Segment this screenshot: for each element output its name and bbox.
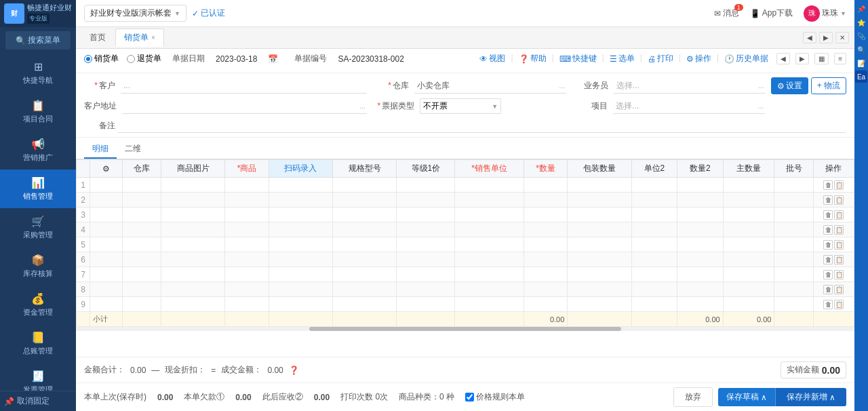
history-btn[interactable]: 🕐 历史单据 bbox=[724, 53, 768, 64]
app-download-btn[interactable]: 📱 App下载 bbox=[750, 7, 793, 19]
tab-detail[interactable]: 明细 bbox=[84, 140, 117, 159]
salesperson-value[interactable]: 选择... ... bbox=[614, 79, 766, 94]
qty2-cell[interactable] bbox=[677, 178, 724, 193]
col-product-img[interactable]: 商品图片 bbox=[161, 160, 225, 178]
right-panel-pin-icon[interactable]: 📌 bbox=[855, 3, 867, 15]
sidebar-item-finance[interactable]: 💰 资金管理 bbox=[0, 286, 76, 324]
radio-sale[interactable]: 销货单 bbox=[84, 53, 119, 64]
doc-next-btn[interactable]: ▶ bbox=[795, 53, 809, 64]
note-value[interactable] bbox=[118, 118, 846, 133]
operation-btn[interactable]: ⚙ 操作 bbox=[686, 53, 711, 64]
copy-3[interactable]: 📋 bbox=[834, 210, 844, 220]
main-qty-cell[interactable] bbox=[723, 178, 774, 193]
project-more-icon[interactable]: ... bbox=[758, 102, 764, 110]
copy-4[interactable]: 📋 bbox=[834, 225, 844, 235]
sidebar-item-ledger[interactable]: 📒 总账管理 bbox=[0, 324, 76, 363]
tab-prev-btn[interactable]: ◀ bbox=[803, 32, 816, 43]
product-cell[interactable] bbox=[225, 178, 269, 193]
sidebar-item-inventory[interactable]: 📦 库存核算 bbox=[0, 247, 76, 286]
sale-unit-cell[interactable] bbox=[455, 178, 524, 193]
barcode-cell[interactable] bbox=[269, 178, 332, 193]
customer-dots[interactable]: ... bbox=[123, 81, 130, 90]
tab-home[interactable]: 首页 bbox=[81, 29, 114, 46]
del-3[interactable]: 🗑 bbox=[823, 210, 833, 220]
pack-qty-cell[interactable] bbox=[568, 178, 631, 193]
col-main-qty[interactable]: 主数量 bbox=[723, 160, 774, 178]
abandon-btn[interactable]: 放弃 bbox=[673, 387, 713, 407]
tab-close-btn[interactable]: ✕ bbox=[835, 32, 849, 43]
col-warehouse[interactable]: 仓库 bbox=[122, 160, 161, 178]
project-value[interactable]: 选择... ... bbox=[613, 99, 765, 114]
col-spec[interactable]: 规格型号 bbox=[333, 160, 397, 178]
copy-7[interactable]: 📋 bbox=[834, 270, 844, 279]
sidebar-item-marketing[interactable]: 📢 营销推广 bbox=[0, 131, 76, 170]
col-qty2[interactable]: 数量2 bbox=[677, 160, 724, 178]
spec-cell[interactable] bbox=[333, 178, 397, 193]
sidebar-item-purchase[interactable]: 🛒 采购管理 bbox=[0, 208, 76, 247]
del-8[interactable]: 🗑 bbox=[823, 285, 833, 294]
col-settings[interactable]: ⚙ bbox=[90, 160, 123, 178]
delete-icon-2[interactable]: 🗑 bbox=[823, 195, 833, 205]
select-btn[interactable]: ☰ 选单 bbox=[610, 53, 635, 64]
copy-6[interactable]: 📋 bbox=[834, 255, 844, 265]
tab-2d[interactable]: 二维 bbox=[117, 140, 149, 159]
calendar-icon[interactable]: 📅 bbox=[268, 54, 278, 64]
del-6[interactable]: 🗑 bbox=[823, 255, 833, 265]
horizontal-scrollbar[interactable] bbox=[76, 327, 854, 331]
sidebar-item-projects[interactable]: 📋 项目合同 bbox=[0, 92, 76, 131]
scrollbar-thumb[interactable] bbox=[309, 327, 620, 331]
salesperson-more-icon[interactable]: ... bbox=[758, 82, 764, 90]
del-7[interactable]: 🗑 bbox=[823, 270, 833, 279]
sidebar-item-invoice[interactable]: 🧾 发票管理 bbox=[0, 363, 76, 391]
del-9[interactable]: 🗑 bbox=[823, 300, 833, 309]
customer-value[interactable]: ... bbox=[121, 79, 367, 94]
col-grade-price[interactable]: 等级1价 bbox=[397, 160, 455, 178]
save-new-btn[interactable]: 保存并新增 ∧ bbox=[775, 388, 846, 406]
copy-5[interactable]: 📋 bbox=[834, 240, 844, 250]
sidebar-item-sales[interactable]: 📊 销售管理 bbox=[0, 170, 76, 208]
save-draft-btn[interactable]: 保存草稿 ∧ bbox=[718, 388, 775, 406]
copy-icon-2[interactable]: 📋 bbox=[834, 195, 844, 205]
col-pack-qty[interactable]: 包装数量 bbox=[568, 160, 631, 178]
copy-icon[interactable]: 📋 bbox=[834, 180, 844, 190]
sidebar-item-nav[interactable]: ⊞ 快捷导航 bbox=[0, 54, 76, 92]
address-value[interactable]: ... bbox=[122, 99, 367, 114]
right-panel-active-icon[interactable]: Ea bbox=[855, 71, 867, 83]
layout-btn1[interactable]: ▦ bbox=[814, 53, 829, 64]
print-btn[interactable]: 🖨 打印 bbox=[648, 53, 673, 64]
invoice-select[interactable]: 不开票 ▼ bbox=[420, 98, 501, 114]
sidebar-search-area[interactable]: 🔍 搜索菜单 bbox=[0, 27, 76, 54]
unit2-cell[interactable] bbox=[631, 178, 677, 193]
col-barcode[interactable]: 扫码录入 bbox=[269, 160, 332, 178]
copy-9[interactable]: 📋 bbox=[834, 300, 844, 309]
sidebar-unpin[interactable]: 📌 取消固定 bbox=[0, 391, 76, 411]
radio-return[interactable]: 退货单 bbox=[127, 53, 161, 64]
tab-next-btn[interactable]: ▶ bbox=[819, 32, 833, 43]
price-check-input[interactable] bbox=[465, 393, 474, 402]
copy-8[interactable]: 📋 bbox=[834, 285, 844, 294]
user-avatar[interactable]: 珠 珠珠 ▼ bbox=[804, 5, 846, 22]
quantity-cell[interactable] bbox=[524, 178, 567, 193]
company-selector[interactable]: 好业财专业版演示帐套 ▼ bbox=[84, 5, 186, 22]
right-panel-attach-icon[interactable]: 📎 bbox=[855, 30, 867, 42]
batch-cell[interactable] bbox=[774, 178, 813, 193]
view-btn[interactable]: 👁 视图 bbox=[479, 53, 505, 64]
product-img-cell[interactable] bbox=[161, 178, 225, 193]
warehouse-more-icon[interactable]: ... bbox=[559, 82, 564, 90]
messages-btn[interactable]: ✉ 1 消息 bbox=[714, 7, 739, 19]
tab-close-icon[interactable]: × bbox=[151, 34, 155, 41]
col-batch[interactable]: 批号 bbox=[774, 160, 813, 178]
del-5[interactable]: 🗑 bbox=[823, 240, 833, 250]
shortcut-btn[interactable]: ⌨ 快捷键 bbox=[559, 53, 597, 64]
col-product[interactable]: *商品 bbox=[225, 160, 269, 178]
col-quantity[interactable]: *数量 bbox=[524, 160, 567, 178]
col-unit2[interactable]: 单位2 bbox=[631, 160, 677, 178]
layout-btn2[interactable]: ≡ bbox=[834, 53, 846, 64]
warehouse-value[interactable]: 小卖仓库 ... bbox=[414, 79, 566, 94]
search-menu-button[interactable]: 🔍 搜索菜单 bbox=[5, 31, 71, 50]
grade-price-cell[interactable] bbox=[397, 178, 455, 193]
col-sale-unit[interactable]: *销售单位 bbox=[455, 160, 524, 178]
doc-prev-btn[interactable]: ◀ bbox=[776, 53, 790, 64]
set-btn[interactable]: ⚙ 设置 bbox=[771, 77, 808, 94]
help-btn[interactable]: ❓ 帮助 bbox=[519, 53, 547, 64]
